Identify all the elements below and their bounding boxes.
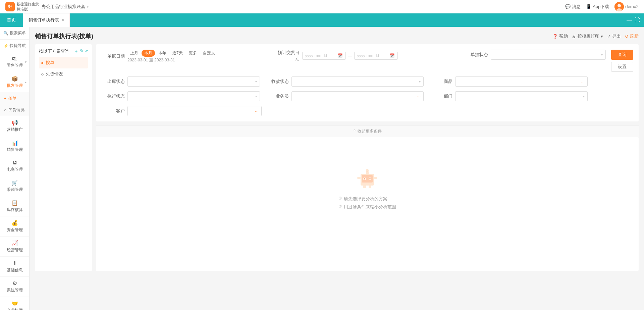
date-tab-thisyear[interactable]: 本年 xyxy=(156,50,169,57)
out-stock-select[interactable]: ▾ xyxy=(127,76,260,87)
date-tab-more[interactable]: 更多 xyxy=(186,50,200,57)
scheme-panel: 按以下方案查询 ＋ ✎ « ● 按单 ○ 欠货情况 xyxy=(35,44,92,271)
print-icon: 🖨 xyxy=(572,34,576,39)
receive-select[interactable]: ▾ xyxy=(291,76,424,87)
tab-sales-order[interactable]: 销售订单执行表 × xyxy=(23,13,70,27)
calendar-icon-1: 📅 xyxy=(338,53,343,58)
expected-date-group: 预计交货日期 yyyy-mm-dd 📅 — yyyy-mm-dd xyxy=(276,50,460,62)
sidebar-item-purchase[interactable]: 🛒 采购管理 xyxy=(0,176,29,196)
exec-status-select[interactable]: ▾ xyxy=(127,91,260,101)
expected-date-to[interactable]: yyyy-mm-dd 📅 xyxy=(354,52,398,60)
date-tab-lastmonth[interactable]: 上月 xyxy=(127,50,141,57)
sidebar-item-sales[interactable]: 📊 销售管理 xyxy=(0,136,29,156)
expected-date-from[interactable]: yyyy-mm-dd 📅 xyxy=(302,52,346,60)
goods-input[interactable]: ··· xyxy=(455,76,588,87)
dept-select[interactable]: ▾ xyxy=(455,91,588,101)
sidebar-item-basic-info[interactable]: ℹ 基础信息 xyxy=(0,257,29,277)
refresh-btn[interactable]: ↺ 刷新 xyxy=(625,33,639,39)
page-title: 销售订单执行表(按单) xyxy=(35,32,93,40)
scheme-collapse-btn[interactable]: « xyxy=(85,48,88,54)
empty-tips: 请先选择要分析的方案 用过滤条件来缩小分析范围 xyxy=(338,196,396,212)
sidebar-sub-item-backorder[interactable]: ○ 欠货情况 xyxy=(0,104,29,116)
scheme-item-backorder[interactable]: ○ 欠货情况 xyxy=(39,68,88,80)
top-bar-right: 💬 消息 📱 App下载 demo2 xyxy=(565,2,639,11)
out-stock-label: 出库状态 xyxy=(101,79,125,85)
inventory-icon: 📋 xyxy=(11,200,18,206)
filter-row-1: 单据日期 上月 本月 本年 近7天 更多 自定义 xyxy=(101,50,633,72)
svg-rect-14 xyxy=(369,186,371,188)
backorder-icon: ○ xyxy=(4,108,6,112)
avatar xyxy=(614,2,624,11)
message-icon: 💬 xyxy=(565,4,571,9)
query-button[interactable]: 查询 xyxy=(611,50,633,60)
calendar-icon-2: 📅 xyxy=(390,53,395,58)
customer-input[interactable]: ··· xyxy=(127,106,262,116)
sidebar-item-marketing[interactable]: 📢 营销推广 xyxy=(0,116,29,136)
receive-label: 收款状态 xyxy=(265,79,289,85)
scheme-add-btn[interactable]: ＋ xyxy=(74,48,78,54)
date-input-wrap: yyyy-mm-dd 📅 — yyyy-mm-dd 📅 xyxy=(302,52,398,60)
customer-group: 客户 ··· xyxy=(101,106,262,116)
page-header: 销售订单执行表(按单) ❓ 帮助 🖨 按模板打印 ▾ ↗ 导出 xyxy=(35,32,639,40)
sidebar-item-system[interactable]: ⚙ 系统管理 xyxy=(0,277,29,297)
sidebar-item-retail[interactable]: 🛍 零售管理 xyxy=(0,52,29,72)
settings-button[interactable]: 设置 xyxy=(611,62,633,72)
main-right-panel: 单据日期 上月 本月 本年 近7天 更多 自定义 xyxy=(96,44,639,271)
sidebar-item-inventory[interactable]: 📋 库存核算 xyxy=(0,196,29,216)
user-avatar[interactable]: demo2 xyxy=(614,2,639,11)
main-layout: 🔍 搜索菜单 ⚡ 快捷导航 🛍 零售管理 📦 批发管理 ● 按单 ○ 欠货情况 xyxy=(0,27,644,310)
app-download-btn[interactable]: 📱 App下载 xyxy=(586,4,609,10)
sidebar-item-wholesale[interactable]: 📦 批发管理 xyxy=(0,72,29,92)
out-stock-group: 出库状态 ▾ xyxy=(101,76,260,87)
tab-home[interactable]: 首页 xyxy=(0,13,23,27)
print-btn[interactable]: 🖨 按模板打印 ▾ xyxy=(572,33,603,39)
goods-label: 商品 xyxy=(429,79,452,85)
breadcrumb-arrow-icon[interactable]: ▾ xyxy=(87,4,89,9)
sidebar-item-operations[interactable]: 📈 经营管理 xyxy=(0,237,29,257)
tab-minimize-btn[interactable]: — xyxy=(627,17,632,23)
filter-row-3: 执行状态 ▾ 业务员 ··· xyxy=(101,91,633,101)
content-body: 按以下方案查询 ＋ ✎ « ● 按单 ○ 欠货情况 xyxy=(35,44,639,271)
content-area: 销售订单执行表(按单) ❓ 帮助 🖨 按模板打印 ▾ ↗ 导出 xyxy=(30,27,644,310)
ecommerce-icon: 🖥 xyxy=(12,160,17,166)
sales-icon: 📊 xyxy=(11,140,18,146)
date-tab-custom[interactable]: 自定义 xyxy=(200,50,218,57)
date-tab-recent7[interactable]: 近7天 xyxy=(170,50,185,57)
collapse-row[interactable]: ⌃ 收起更多条件 xyxy=(96,125,639,137)
date-tab-thismonth[interactable]: 本月 xyxy=(142,50,155,57)
sidebar-sub-item-order[interactable]: ● 按单 xyxy=(0,92,29,104)
filter-row-4: 客户 ··· xyxy=(101,106,633,116)
help-btn[interactable]: ❓ 帮助 xyxy=(552,33,568,39)
sidebar-item-finance[interactable]: 💰 资金管理 xyxy=(0,216,29,237)
scheme-item-order[interactable]: ● 按单 xyxy=(39,57,88,68)
empty-illustration xyxy=(354,164,381,191)
status-dropdown-icon: ▾ xyxy=(601,53,603,57)
tab-maximize-btn[interactable]: ⛶ xyxy=(635,17,640,23)
page-container: 销售订单执行表(按单) ❓ 帮助 🖨 按模板打印 ▾ ↗ 导出 xyxy=(30,27,644,276)
scheme-backorder-icon: ○ xyxy=(41,71,44,77)
date-separator: — xyxy=(348,53,352,58)
svg-point-1 xyxy=(618,4,621,7)
sidebar-item-ecommerce[interactable]: 🖥 电商管理 xyxy=(0,156,29,176)
date-range-display: 2023-03-01 至 2023-03-31 xyxy=(127,57,218,63)
filter-row-2: 出库状态 ▾ 收款状态 ▾ xyxy=(101,76,633,87)
export-btn[interactable]: ↗ 导出 xyxy=(607,33,621,39)
scheme-order-icon: ● xyxy=(41,60,44,65)
date-label: 单据日期 xyxy=(101,53,125,59)
tab-close-icon[interactable]: × xyxy=(62,18,64,22)
message-btn[interactable]: 💬 消息 xyxy=(565,4,581,10)
collapse-icon: ⌃ xyxy=(353,129,356,134)
sidebar-search[interactable]: 🔍 搜索菜单 xyxy=(0,27,29,40)
scheme-edit-btn[interactable]: ✎ xyxy=(80,48,84,54)
action-buttons: 查询 设置 xyxy=(611,50,633,72)
svg-point-7 xyxy=(364,178,365,179)
system-icon: ⚙ xyxy=(12,280,17,287)
status-select[interactable]: ▾ xyxy=(491,50,606,60)
status-filter-group: 单据状态 ▾ xyxy=(465,50,606,60)
sidebar-quicknav[interactable]: ⚡ 快捷导航 xyxy=(0,40,29,52)
svg-rect-12 xyxy=(374,177,377,179)
wholesale-icon: 📦 xyxy=(11,75,18,82)
enterprise-icon: 🤝 xyxy=(11,300,18,307)
sales-person-input[interactable]: ··· xyxy=(291,91,424,101)
sidebar-item-enterprise[interactable]: 🤝 企业协同 xyxy=(0,297,29,310)
